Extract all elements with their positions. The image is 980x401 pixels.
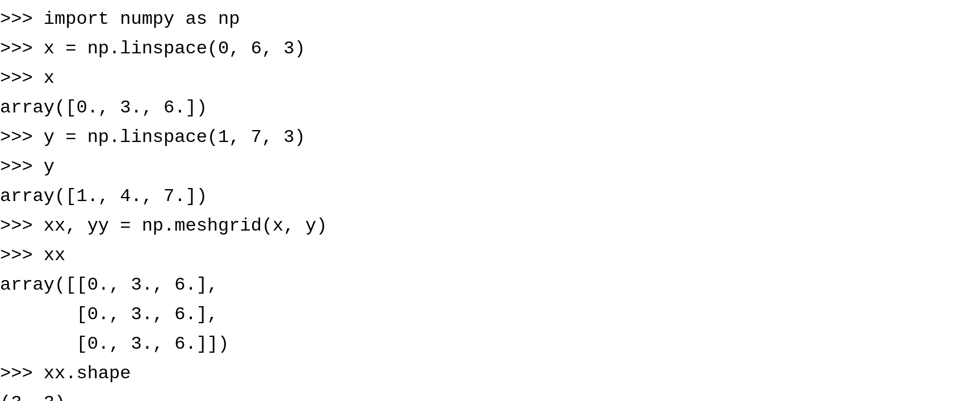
prompt: >>> xyxy=(0,360,44,387)
prompt: >>> xyxy=(0,153,44,181)
terminal-line: array([0., 3., 6.]) xyxy=(0,93,980,123)
output-text: [0., 3., 6.]]) xyxy=(0,331,229,358)
code-text: xx, yy = np.meshgrid(x, y) xyxy=(44,212,327,240)
prompt: >>> xyxy=(0,124,44,151)
prompt: >>> xyxy=(0,6,44,33)
code-text: xx xyxy=(44,242,65,269)
prompt: >>> xyxy=(0,35,44,62)
terminal-line: [0., 3., 6.]]) xyxy=(0,329,980,359)
code-text: xx.shape xyxy=(44,360,131,387)
terminal-line: >>> x = np.linspace(0, 6, 3) xyxy=(0,34,980,64)
prompt: >>> xyxy=(0,242,44,269)
terminal-line: >>> xx.shape xyxy=(0,359,980,389)
terminal-line: >>> xx xyxy=(0,241,980,270)
code-text: y xyxy=(44,153,55,181)
output-text: [0., 3., 6.], xyxy=(0,301,218,328)
terminal-window[interactable]: >>> import numpy as np>>> x = np.linspac… xyxy=(0,0,980,401)
code-text: x = np.linspace(0, 6, 3) xyxy=(44,35,305,62)
output-text: array([0., 3., 6.]) xyxy=(0,94,207,122)
terminal-line: >>> xx, yy = np.meshgrid(x, y) xyxy=(0,211,980,241)
code-text: import numpy as np xyxy=(44,6,240,33)
terminal-line: >>> import numpy as np xyxy=(0,5,980,34)
output-text: array([[0., 3., 6.], xyxy=(0,271,218,299)
output-text: array([1., 4., 7.]) xyxy=(0,183,207,210)
prompt: >>> xyxy=(0,65,44,92)
terminal-line: (3, 3) xyxy=(0,389,980,401)
terminal-line: >>> y xyxy=(0,152,980,182)
code-text: y = np.linspace(1, 7, 3) xyxy=(44,124,305,151)
terminal-line: [0., 3., 6.], xyxy=(0,300,980,329)
code-text: x xyxy=(44,65,55,92)
terminal-line: >>> y = np.linspace(1, 7, 3) xyxy=(0,123,980,152)
prompt: >>> xyxy=(0,212,44,240)
output-text: (3, 3) xyxy=(0,390,65,401)
terminal-line: array([1., 4., 7.]) xyxy=(0,182,980,211)
terminal-line: array([[0., 3., 6.], xyxy=(0,270,980,300)
terminal-line: >>> x xyxy=(0,64,980,93)
